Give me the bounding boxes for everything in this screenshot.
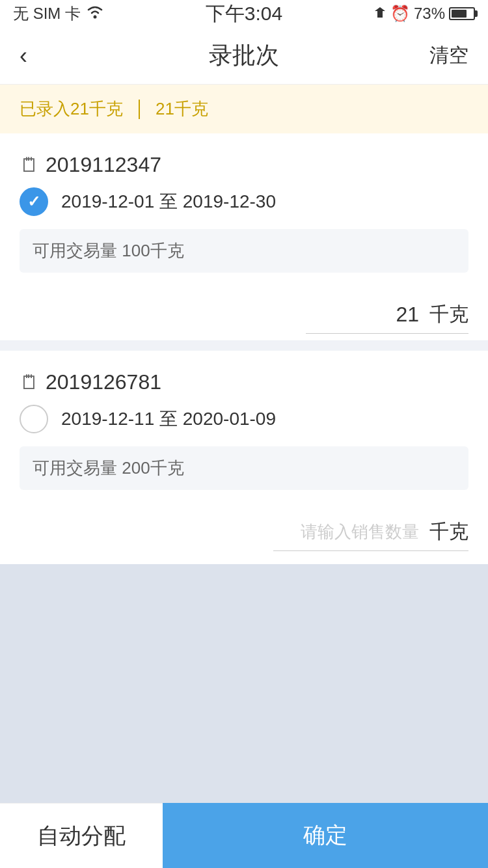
batch-1-id-row: 🗒 2019112347 [20,153,468,177]
time-display: 下午3:04 [206,1,282,27]
batch-2-id: 2019126781 [46,370,161,394]
svg-point-0 [94,16,97,19]
summary-banner: 已录入21千克 21千克 [0,85,488,133]
batch-1-unit: 千克 [429,301,468,328]
auto-distribute-button[interactable]: 自动分配 [0,803,163,868]
status-left: 无 SIM 卡 [13,3,104,24]
bottom-buttons: 自动分配 确定 [0,803,488,868]
wifi-icon [86,5,104,23]
batch-2-input-row: 请输入销售数量 千克 [0,506,488,564]
batch-1-qty-wrap: 21 千克 [306,301,468,334]
batch-2-id-row: 🗒 2019126781 [20,370,468,394]
separator-1 [0,340,488,351]
batch-2-radio[interactable] [20,405,48,433]
summary-value: 21千克 [156,98,208,120]
batch-1-radio[interactable] [20,187,48,216]
batch-1-quantity: 21 [396,303,419,327]
batch-2-date-row[interactable]: 2019-12-11 至 2020-01-09 [20,405,468,433]
battery-icon [449,7,475,20]
back-button[interactable]: ‹ [20,42,59,70]
batch-1-icon: 🗒 [20,154,39,176]
clear-button[interactable]: 清空 [429,42,468,69]
battery-percentage: 73% [414,5,445,23]
gray-fill-area [0,564,488,803]
batch-2-placeholder: 请输入销售数量 [301,521,419,543]
batch-1-date-row[interactable]: 2019-12-01 至 2019-12-30 [20,187,468,216]
batch-2-card: 🗒 2019126781 2019-12-11 至 2020-01-09 可用交… [0,351,488,564]
status-bar: 无 SIM 卡 下午3:04 ⏰ 73% [0,0,488,27]
summary-divider [139,100,140,119]
status-right: ⏰ 73% [373,5,475,23]
nav-bar: ‹ 录批次 清空 [0,27,488,85]
carrier-label: 无 SIM 卡 [13,3,81,24]
page-title: 录批次 [209,40,279,72]
recorded-label: 已录入21千克 [20,98,123,120]
batch-1-availability: 可用交易量 100千克 [20,229,468,273]
batch-2-availability: 可用交易量 200千克 [20,446,468,490]
batch-2-icon: 🗒 [20,372,39,394]
batch-1-quantity-row: 21 千克 [0,288,488,340]
batch-1-card: 🗒 2019112347 2019-12-01 至 2019-12-30 可用交… [0,133,488,340]
batch-2-unit: 千克 [429,519,468,545]
location-icon [373,5,386,23]
batch-1-date: 2019-12-01 至 2019-12-30 [61,189,276,214]
alarm-icon: ⏰ [390,5,410,23]
content-area: 🗒 2019112347 2019-12-01 至 2019-12-30 可用交… [0,133,488,868]
confirm-button[interactable]: 确定 [163,803,488,868]
batch-2-date: 2019-12-11 至 2020-01-09 [61,407,276,431]
batch-1-id: 2019112347 [46,153,161,177]
